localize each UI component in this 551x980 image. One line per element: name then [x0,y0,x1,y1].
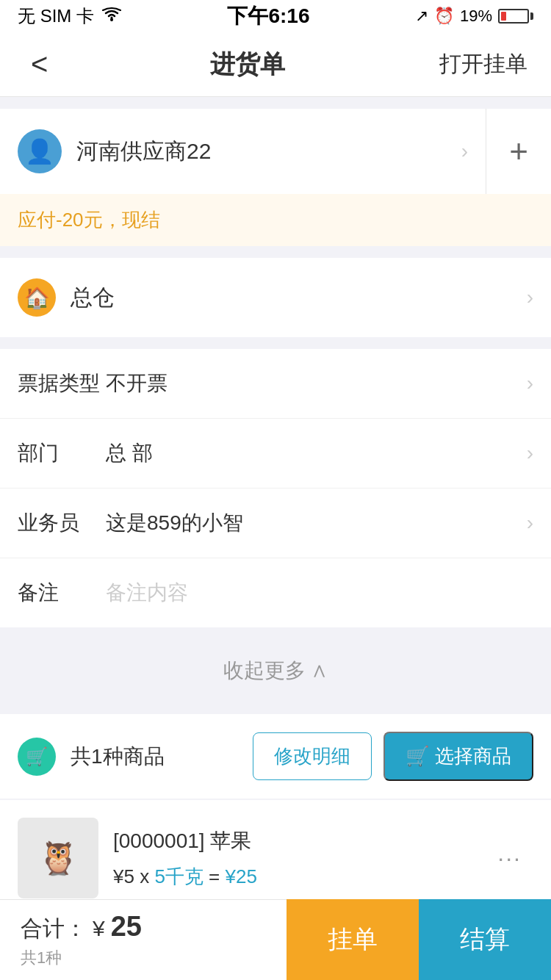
page-title: 进货单 [210,48,285,82]
warehouse-icon: 🏠 [18,278,56,317]
dept-label: 部门 [18,439,106,467]
total-symbol: ¥ [93,916,105,941]
product-info: [0000001] 苹果 ¥5 x 5千克 = ¥25 [113,827,486,890]
hang-button[interactable]: 挂单 [287,899,419,980]
remark-input[interactable]: 备注内容 [106,579,533,607]
dept-value: 总 部 [106,439,519,467]
alarm-icon: ⏰ [434,7,454,26]
battery-icon [498,9,533,24]
location-icon: ↗ [415,7,428,26]
total-amount: 25 [111,911,142,943]
warehouse-name: 总仓 [71,283,519,313]
product-price: ¥5 x 5千克 = ¥25 [113,864,486,890]
ellipsis-icon: ··· [497,845,522,872]
wifi-icon [101,6,122,26]
select-icon: 🛒 [406,745,429,768]
status-right: ↗ ⏰ 19% [415,7,533,26]
product-thumbnail: 🦉 [18,818,98,898]
invoice-value: 不开票 [106,370,519,397]
total-area: 合计： ¥ 25 共1种 [0,899,287,980]
checkout-button[interactable]: 结算 [419,899,551,980]
supplier-avatar: 👤 [18,129,62,173]
bottom-bar: 合计： ¥ 25 共1种 挂单 结算 [0,899,551,980]
nav-bar: < 进货单 打开挂单 [0,32,551,97]
salesman-label: 业务员 [18,509,106,537]
chevron-right-icon: › [527,372,533,395]
person-icon: 👤 [25,137,54,165]
warehouse-selector[interactable]: 🏠 总仓 › [0,258,551,337]
status-time: 下午6:16 [227,2,309,30]
department-row[interactable]: 部门 总 部 › [0,419,551,489]
supplier-name: 河南供应商22 [76,137,454,167]
product-icon: 🛒 [18,738,56,776]
select-product-button[interactable]: 🛒 选择商品 [383,732,533,781]
status-left: 无 SIM 卡 [18,4,122,28]
salesman-value: 这是859的小智 [106,509,519,537]
more-options-button[interactable]: ··· [486,839,533,878]
carrier-label: 无 SIM 卡 [18,4,94,28]
total-label: 合计： [21,914,87,944]
chevron-right-icon: › [527,442,533,465]
supplier-section: 👤 河南供应商22 › + 应付-20元，现结 [0,109,551,246]
salesman-row[interactable]: 业务员 这是859的小智 › [0,489,551,558]
product-name: [0000001] 苹果 [113,827,486,855]
cart-icon: 🛒 [26,746,48,767]
product-header: 🛒 共1种商品 修改明细 🛒 选择商品 [0,714,551,799]
product-count: 共1种商品 [71,743,253,771]
battery-percent: 19% [460,7,492,26]
owl-icon: 🦉 [38,839,79,877]
chevron-right-icon: › [527,511,533,535]
edit-detail-button[interactable]: 修改明细 [253,732,372,780]
supplier-selector[interactable]: 👤 河南供应商22 › [0,109,486,194]
open-hang-button[interactable]: 打开挂单 [439,49,527,79]
chevron-right-icon: › [527,286,533,309]
total-line: 合计： ¥ 25 [21,911,266,944]
chevron-right-icon: › [461,140,468,163]
invoice-label: 票据类型 [18,370,106,397]
invoice-type-row[interactable]: 票据类型 不开票 › [0,349,551,419]
form-section: 票据类型 不开票 › 部门 总 部 › 业务员 这是859的小智 › 备注 备注… [0,349,551,627]
warehouse-section: 🏠 总仓 › [0,258,551,337]
remark-label: 备注 [18,579,106,607]
back-button[interactable]: < [24,40,55,88]
remark-row[interactable]: 备注 备注内容 [0,558,551,627]
status-bar: 无 SIM 卡 下午6:16 ↗ ⏰ 19% [0,0,551,32]
total-sub: 共1种 [21,947,266,969]
svg-point-0 [110,18,113,21]
add-supplier-button[interactable]: + [486,109,551,194]
warning-banner: 应付-20元，现结 [0,194,551,246]
collapse-button[interactable]: 收起更多 ∧ [0,639,551,702]
home-icon: 🏠 [24,286,50,310]
